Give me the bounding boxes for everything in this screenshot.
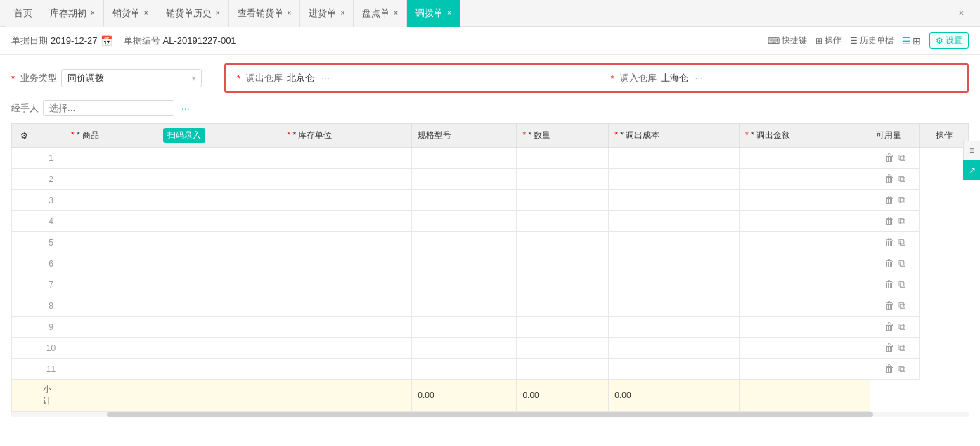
copy-icon[interactable]: ⧉ — [898, 363, 905, 375]
set-button[interactable]: ⚙ 设置 — [929, 32, 969, 49]
right-panel: ≡ ↗ — [963, 141, 980, 180]
tab-home[interactable]: 首页 — [6, 0, 41, 27]
cell-empty — [281, 274, 412, 295]
delete-icon[interactable]: 🗑 — [884, 257, 894, 269]
form-row-1: * 业务类型 同价调拨 ▾ * 调出仓库 北京仓 ··· * 调入仓库 上海仓 … — [11, 63, 969, 93]
copy-icon[interactable]: ⧉ — [898, 173, 905, 185]
cell-gear — [12, 295, 37, 317]
cell-empty — [609, 359, 740, 380]
out-warehouse-more-icon[interactable]: ··· — [321, 72, 330, 84]
delete-icon[interactable]: 🗑 — [884, 173, 894, 185]
col-qty: * * 数量 — [517, 124, 609, 148]
cell-gear — [12, 317, 37, 338]
handler-more-icon[interactable]: ··· — [181, 103, 190, 114]
row-actions: 🗑⧉ — [870, 274, 920, 295]
delete-icon[interactable]: 🗑 — [884, 321, 894, 333]
subtotal-cost: 0.00 — [517, 380, 609, 412]
cell-empty — [517, 359, 609, 380]
cell-empty — [157, 232, 281, 253]
delete-icon[interactable]: 🗑 — [884, 236, 894, 248]
cell-empty — [412, 274, 517, 295]
tab-transfer-order[interactable]: 调拨单 × — [407, 0, 460, 27]
window-close-button[interactable]: × — [948, 0, 974, 27]
delete-icon[interactable]: 🗑 — [884, 279, 894, 291]
delete-icon[interactable]: 🗑 — [884, 194, 894, 206]
row-num: 1 — [37, 148, 65, 169]
tab-purchase-order[interactable]: 进货单 × — [300, 0, 354, 27]
tab-sales-order-close[interactable]: × — [144, 9, 148, 17]
cell-empty — [412, 232, 517, 253]
cell-empty — [281, 338, 412, 359]
delete-icon[interactable]: 🗑 — [884, 152, 894, 164]
shortcut-button[interactable]: ⌨ 快捷键 — [768, 34, 807, 46]
in-warehouse-star: * — [611, 73, 614, 84]
tab-sales-history-label: 销货单历史 — [166, 7, 212, 20]
col-cost: * * 调出成本 — [609, 124, 740, 148]
shortcut-icon: ⌨ — [768, 36, 780, 46]
copy-icon[interactable]: ⧉ — [898, 215, 905, 227]
tab-sales-order[interactable]: 销货单 × — [104, 0, 157, 27]
tab-inventory-check-close[interactable]: × — [394, 9, 398, 17]
tab-inventory-init-close[interactable]: × — [91, 9, 95, 17]
delete-icon[interactable]: 🗑 — [884, 300, 894, 312]
business-type-label: 业务类型 — [20, 72, 57, 84]
copy-icon[interactable]: ⧉ — [898, 300, 905, 312]
delete-icon[interactable]: 🗑 — [884, 215, 894, 227]
cell-gear — [12, 169, 37, 190]
cell-empty — [412, 211, 517, 232]
scan-enter-button[interactable]: 扫码录入 — [163, 128, 205, 143]
tab-sales-history-close[interactable]: × — [216, 9, 220, 17]
copy-icon[interactable]: ⧉ — [898, 342, 905, 354]
tab-inventory-init[interactable]: 库存期初 × — [41, 0, 104, 27]
tab-view-sales-close[interactable]: × — [288, 9, 292, 17]
right-export-button[interactable]: ↗ — [963, 160, 980, 180]
out-warehouse-label: 调出仓库 — [246, 72, 283, 84]
copy-icon[interactable]: ⧉ — [898, 279, 905, 291]
table-row: 5🗑⧉ — [12, 232, 969, 253]
doc-num-field: 单据编号 AL-20191227-001 — [124, 34, 236, 47]
cell-empty — [740, 148, 870, 169]
tab-sales-history[interactable]: 销货单历史 × — [157, 0, 229, 27]
copy-icon[interactable]: ⧉ — [898, 194, 905, 206]
cell-empty — [281, 232, 412, 253]
tab-purchase-order-close[interactable]: × — [340, 9, 344, 17]
cell-empty — [281, 295, 412, 317]
delete-icon[interactable]: 🗑 — [884, 363, 894, 375]
handler-input[interactable] — [43, 100, 174, 116]
cell-empty — [412, 190, 517, 211]
operate-button[interactable]: ⊞ 操作 — [815, 34, 842, 46]
horizontal-scrollbar[interactable] — [11, 412, 969, 417]
tab-transfer-order-close[interactable]: × — [447, 9, 451, 17]
layout-grid-icon[interactable]: ⊞ — [913, 35, 921, 46]
scrollbar-thumb[interactable] — [107, 412, 873, 417]
cell-gear — [12, 274, 37, 295]
out-warehouse-value[interactable]: 北京仓 — [287, 72, 314, 84]
cell-empty — [609, 148, 740, 169]
layout-list-icon[interactable]: ☰ — [902, 35, 911, 46]
copy-icon[interactable]: ⧉ — [898, 257, 905, 269]
tab-inventory-check[interactable]: 盘点单 × — [354, 0, 407, 27]
in-warehouse-more-icon[interactable]: ··· — [695, 72, 704, 84]
handler-field: 经手人 ··· — [11, 100, 190, 116]
delete-icon[interactable]: 🗑 — [884, 342, 894, 354]
row-num: 2 — [37, 169, 65, 190]
history-button[interactable]: ☰ 历史单据 — [850, 34, 894, 46]
copy-icon[interactable]: ⧉ — [898, 236, 905, 248]
right-list-button[interactable]: ≡ — [963, 141, 980, 160]
copy-icon[interactable]: ⧉ — [898, 321, 905, 333]
row-num: 4 — [37, 211, 65, 232]
row-actions: 🗑⧉ — [870, 190, 920, 211]
in-warehouse-value[interactable]: 上海仓 — [661, 72, 688, 84]
tab-view-sales[interactable]: 查看销货单 × — [229, 0, 301, 27]
warehouse-highlight-box: * 调出仓库 北京仓 ··· * 调入仓库 上海仓 ··· — [224, 63, 969, 93]
cell-empty — [609, 295, 740, 317]
settings-icon[interactable]: ⚙ — [20, 131, 28, 141]
row-actions: 🗑⧉ — [870, 169, 920, 190]
cell-gear — [12, 338, 37, 359]
cell-empty — [609, 338, 740, 359]
copy-icon[interactable]: ⧉ — [898, 152, 905, 164]
cell-empty — [609, 317, 740, 338]
business-type-input[interactable]: 同价调拨 ▾ — [61, 69, 202, 87]
calendar-icon[interactable]: 📅 — [101, 35, 112, 46]
cell-empty — [609, 232, 740, 253]
